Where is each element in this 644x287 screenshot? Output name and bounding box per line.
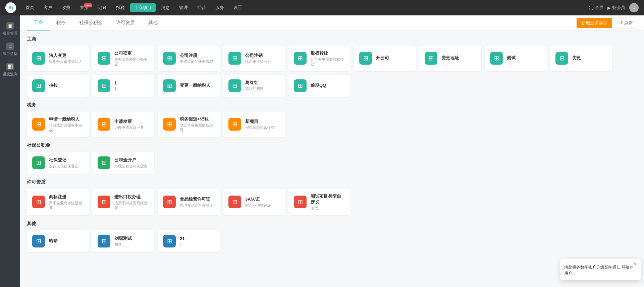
cards-grid: ⊞ 法人变更 适用于公司变更法人 ⊞ 公司变更 股权变更外的业务变更 ⊞ 公司注… (27, 46, 637, 97)
card-title: 法人变更 (49, 53, 82, 59)
card-title: 变更地址 (441, 55, 459, 61)
card-title: 进出口权办理 (114, 194, 149, 200)
card-哈哈[interactable]: ⊞ 哈哈 (27, 230, 89, 252)
card-icon: ⊞ (228, 196, 241, 208)
card-text: 1 1 (114, 80, 117, 91)
card-21[interactable]: ⊞ 21 1 (158, 230, 220, 252)
member-button[interactable]: ▶ 畅会员 (607, 5, 625, 11)
nav-item-收费[interactable]: 收费 (58, 3, 74, 12)
card-icon: ⊞ (490, 52, 503, 65)
nav-item-服务[interactable]: 服务 (211, 3, 228, 12)
card-title: 食品经营许可证 (180, 196, 213, 202)
nav-item-工商项目[interactable]: 工商项目 (130, 3, 156, 12)
card-title: 前期QQ (311, 82, 326, 88)
card-desc: 测试 (311, 206, 345, 211)
nav-item-客户[interactable]: 客户 (40, 3, 56, 12)
card-公司注销[interactable]: ⊞ 公司注销 适用于注销公司 (223, 46, 285, 71)
tab-其他[interactable]: 其他 (142, 16, 164, 30)
card-税务报道+记账[interactable]: ⊞ 税务报道+记账 拿到营业执照的新公司 (158, 112, 220, 137)
sidebar-label: 进度监测 (3, 72, 17, 77)
card-测试项目类型自定义[interactable]: ⊞ 测试项目类型自定义 测试 (288, 189, 351, 215)
nav-items: 首页客户收费票据new记账报税工商项目消息管理经营服务设置 (21, 3, 589, 12)
card-desc: 适用于公司变更法人 (49, 59, 82, 64)
sidebar-icon: 📋 (6, 22, 14, 29)
nav-item-管理[interactable]: 管理 (175, 3, 192, 12)
section-title: 其他 (27, 221, 637, 227)
section-税务: 税务 ⊞ 申请一般纳税人 当月或次月成变更完成 ⊞ 申请发票 办理申请发票业务 … (27, 102, 637, 137)
refresh-button[interactable]: ↺ 刷新 (615, 18, 637, 28)
section-其他: 其他 ⊞ 哈哈 ⊞ 刘聪测试 测试 ⊞ 21 1 (27, 221, 637, 252)
fullscreen-button[interactable]: ⛶ 全屏 (589, 5, 603, 11)
tab-税务[interactable]: 税务 (50, 16, 72, 30)
tab-许可资质[interactable]: 许可资质 (109, 16, 142, 30)
card-公积金开户[interactable]: ⊞ 公积金开户 办理公积金相关业务 (92, 152, 154, 174)
card-text: 公司注销 适用于注销公司 (245, 53, 271, 64)
card-葛红红[interactable]: ⊞ 葛红红 葛红红测试 (223, 75, 285, 97)
card-desc: 办理申请发票业务 (114, 125, 144, 130)
sidebar-item-项目类型[interactable]: 🗂 项目类型 (0, 39, 20, 60)
card-text: 公积金开户 办理公积金相关业务 (114, 157, 148, 168)
card-测试[interactable]: ⊞ 测试 (485, 46, 547, 71)
sidebar: 📋 项目管理 🗂 项目类型 📊 进度监测 (0, 15, 20, 287)
nav-item-设置[interactable]: 设置 (229, 3, 246, 12)
nav-item-首页[interactable]: 首页 (21, 3, 38, 12)
tab-工商[interactable]: 工商 (27, 16, 50, 30)
nav-item-记账[interactable]: 记账 (94, 3, 111, 12)
card-title: 测试项目类型自定义 (311, 193, 345, 205)
card-title: 公司注册 (180, 53, 213, 59)
refresh-icon: ↺ (619, 20, 623, 25)
card-公司注册[interactable]: ⊞ 公司注册 申请公司注册全流程 (158, 46, 220, 71)
card-变更[interactable]: ⊞ 变更 (550, 46, 612, 71)
card-社保登记[interactable]: ⊞ 社保登记 进行人员社保登记 (27, 152, 89, 174)
card-新项目[interactable]: ⊞ 新项目 报税加税控盘保管 (223, 112, 285, 137)
card-title: 哈哈 (49, 238, 58, 244)
card-icon: ⊞ (294, 196, 307, 208)
card-法人变更[interactable]: ⊞ 法人变更 适用于公司变更法人 (27, 46, 89, 71)
card-刘聪测试[interactable]: ⊞ 刘聪测试 测试 (92, 230, 154, 252)
card-前期QQ[interactable]: ⊞ 前期QQ (288, 75, 351, 97)
card-icon: ⊞ (98, 196, 110, 208)
card-text: 申请一般纳税人 当月或次月成变更完成 (49, 116, 84, 133)
top-nav: Ai 首页客户收费票据new记账报税工商项目消息管理经营服务设置 ⛶ 全屏 ▶ … (0, 0, 644, 15)
card-变更一般纳税人[interactable]: ⊞ 变更一般纳税人 (158, 75, 220, 97)
card-icon: ⊞ (163, 235, 176, 247)
card-text: 税务报道+记账 拿到营业执照的新公司 (180, 116, 214, 133)
close-notification-button[interactable]: ✕ (633, 262, 637, 267)
main-layout: 📋 项目管理 🗂 项目类型 📊 进度监测 工商税务社保公积金许可资质其他 新增业… (0, 15, 644, 287)
nav-item-票据[interactable]: 票据new (76, 3, 93, 12)
sidebar-item-进度监测[interactable]: 📊 进度监测 (0, 60, 20, 80)
card-desc: 葛红红测试 (245, 86, 264, 91)
card-商标注册[interactable]: ⊞ 商标注册 用于企业商标注册服务 (27, 189, 89, 215)
card-text: 公司变更 股权变更外的业务变更 (114, 50, 149, 67)
card-变更地址[interactable]: ⊞ 变更地址 (419, 46, 481, 71)
card-text: 公司注册 申请公司注册全流程 (180, 53, 213, 64)
card-1[interactable]: ⊞ 1 1 (92, 75, 154, 97)
tab-社保公积金[interactable]: 社保公积金 (72, 16, 109, 30)
card-3A认证[interactable]: ⊞ 3A认证 对企业信誉评级 (223, 189, 285, 215)
card-icon: ⊞ (98, 156, 110, 169)
card-desc: 办理公积金相关业务 (114, 164, 148, 168)
nav-item-报税[interactable]: 报税 (112, 3, 129, 12)
section-title: 许可资质 (27, 179, 637, 185)
card-公司变更[interactable]: ⊞ 公司变更 股权变更外的业务变更 (92, 46, 154, 71)
card-股权转让[interactable]: ⊞ 股权转让 公司变更需要股权转让 (288, 46, 351, 71)
card-食品经营许可证[interactable]: ⊞ 食品经营许可证 办理食品经营许可证 (158, 189, 220, 215)
section-title: 社保公积金 (27, 142, 637, 148)
card-拉拉[interactable]: ⊞ 拉拉 (27, 75, 89, 97)
card-desc: 适用于注销公司 (245, 59, 271, 64)
nav-item-经营[interactable]: 经营 (193, 3, 210, 12)
card-title: 公司注销 (245, 53, 271, 59)
add-business-type-button[interactable]: 新增业务类型 (577, 18, 612, 28)
card-申请一般纳税人[interactable]: ⊞ 申请一般纳税人 当月或次月成变更完成 (27, 112, 89, 137)
card-进出口权办理[interactable]: ⊞ 进出口权办理 适用于对外贸易经营者 (92, 189, 154, 215)
card-text: 哈哈 (49, 238, 58, 244)
card-desc: 股权变更外的业务变更 (114, 57, 149, 67)
card-icon: ⊞ (294, 52, 307, 65)
card-text: 测试 (507, 55, 516, 62)
card-icon: ⊞ (163, 118, 176, 131)
card-申请发票[interactable]: ⊞ 申请发票 办理申请发票业务 (92, 112, 154, 137)
avatar[interactable]: U (629, 3, 639, 12)
nav-item-消息[interactable]: 消息 (157, 3, 174, 12)
sidebar-item-项目管理[interactable]: 📋 项目管理 (0, 19, 20, 39)
card-开公司[interactable]: ⊞ 开公司 (354, 46, 416, 71)
